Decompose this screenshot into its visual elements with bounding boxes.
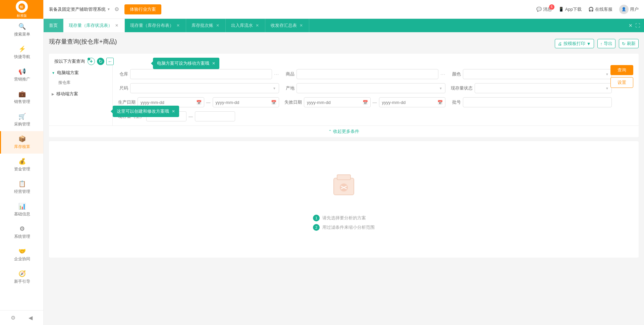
tab-expand-btn[interactable]: ⛶ [635, 23, 640, 28]
tab-in-out-flow[interactable]: 出入库流水 ✕ [226, 19, 265, 32]
sidebar-logo: 畅 标准版 [0, 0, 43, 19]
stock-status-field: 现存量状态 ▼ [451, 83, 612, 93]
filter-panel: 按以下方案查询 + ↻ ← ▼ 电脑端方案 [49, 54, 639, 137]
system-name: 装备及固定资产辅助管理系统 [49, 6, 106, 12]
export-btn[interactable]: ↑ 导出 [597, 39, 616, 48]
origin-select[interactable]: ▼ [297, 83, 445, 93]
main-area: 装备及固定资产辅助管理系统 ▼ ⚙ 体验行业方案 💬 消息 6 📱 App下载 … [44, 0, 644, 325]
tab-in-out-flow-close[interactable]: ✕ [255, 22, 260, 29]
refresh-btn[interactable]: ↻ 刷新 [619, 39, 639, 48]
operations-icon: 📋 [18, 180, 26, 187]
online-support-btn[interactable]: 🎧 在线客服 [588, 6, 612, 12]
tooltip-pc-arrow [151, 61, 153, 65]
sidebar-item-cooperation[interactable]: 🤝 企业协同 [0, 243, 43, 266]
sidebar-item-label: 企业协同 [14, 256, 30, 262]
sidebar-item-system[interactable]: ⚙ 系统管理 [0, 221, 43, 243]
warehouse-more-btn[interactable]: ··· [274, 71, 279, 77]
prod-date-start-calendar-icon[interactable]: 📅 [196, 100, 202, 105]
collapse-arrow: ⌃ [328, 129, 332, 134]
collapse-bar[interactable]: ⌃ 收起更多条件 [49, 125, 639, 137]
tab-receive-summary-close[interactable]: ✕ [299, 22, 304, 29]
svg-text:畅: 畅 [20, 5, 23, 9]
color-field: 颜色 ▼ [451, 69, 612, 79]
sidebar-item-search[interactable]: 🔍 搜索菜单 [0, 19, 43, 41]
batch-no-input[interactable] [463, 97, 612, 107]
stock-status-select[interactable]: ▼ [475, 83, 612, 93]
sidebar-collapse-btn[interactable]: ◀ [29, 315, 33, 321]
sidebar-item-basic[interactable]: 📊 基础信息 [0, 199, 43, 221]
color-select[interactable]: ▼ [463, 69, 612, 79]
expire-date-field: 失效日期 📅 — 📅 [284, 97, 445, 107]
system-selector[interactable]: 装备及固定资产辅助管理系统 ▼ [49, 6, 110, 12]
sidebar-item-marketing[interactable]: 📢 营销推广 [0, 64, 43, 86]
tab-inventory-dist[interactable]: 现存量（库存分布表） ✕ [125, 19, 186, 32]
prod-date-end[interactable] [213, 97, 279, 107]
reset-btn[interactable]: 设置 [610, 77, 633, 88]
tab-inventory-status[interactable]: 现存量（库存状况表） ✕ [63, 19, 125, 32]
warehouse-field: 仓库 ··· [118, 69, 279, 79]
print-btn[interactable]: 🖨 按模板打印 ▼ [555, 39, 594, 48]
sidebar-item-finance[interactable]: 💰 资金管理 [0, 154, 43, 176]
mobile-scheme-item[interactable]: ▶ 移动端方案 [49, 89, 112, 99]
sidebar-item-guide[interactable]: 🧭 新手引导 [0, 266, 43, 288]
tab-inventory-status-label: 现存量（库存状况表） [69, 22, 112, 29]
query-btn[interactable]: 查询 [610, 65, 633, 75]
goods-input[interactable] [297, 69, 438, 79]
tab-inventory-dist-close[interactable]: ✕ [176, 22, 180, 29]
tabs-bar: 首页 现存量（库存状况表） ✕ 现存量（库存分布表） ✕ 库存批次账 ✕ 出入库… [44, 19, 644, 32]
pc-scheme-item[interactable]: ▼ 电脑端方案 [49, 68, 112, 78]
filter-refresh-btn[interactable]: ↻ [97, 58, 104, 65]
tab-close-all-btn[interactable]: ✕ [629, 23, 633, 28]
sidebar-item-operations[interactable]: 📋 经营管理 [0, 176, 43, 199]
size-select[interactable]: ▼ [130, 83, 279, 93]
tab-home[interactable]: 首页 [44, 19, 63, 32]
warehouse-input[interactable] [130, 69, 272, 79]
tab-inventory-status-close[interactable]: ✕ [114, 22, 119, 29]
size-arrow: ▼ [273, 87, 276, 90]
pc-scheme-child-1[interactable]: 按仓库 [56, 78, 112, 88]
sidebar-item-inventory[interactable]: 📦 库存核算 [0, 131, 43, 154]
sidebar-item-sales[interactable]: 💼 销售管理 [0, 86, 43, 109]
tooltip-pc-close[interactable]: ✕ [212, 61, 215, 66]
tab-receive-summary[interactable]: 收发存汇总表 ✕ [265, 19, 309, 32]
user-menu-btn[interactable]: 👤 用户 [619, 5, 639, 14]
finance-icon: 💰 [18, 158, 26, 165]
sidebar-item-label: 经营管理 [14, 189, 30, 195]
sidebar-item-purchase[interactable]: 🛒 采购管理 [0, 109, 43, 131]
user-label: 用户 [630, 6, 639, 12]
goods-more-btn[interactable]: ··· [440, 71, 445, 77]
system-icon: ⚙ [19, 225, 25, 232]
tab-batch-account[interactable]: 库存批次账 ✕ [186, 19, 226, 32]
marketing-icon: 📢 [18, 68, 26, 75]
empty-steps: 1 请先选择要分析的方案 2 用过滤条件来缩小分析范围 [313, 215, 375, 231]
expire-date-end-calendar-icon[interactable]: 📅 [437, 100, 443, 105]
logo-text: 标准版 [17, 13, 27, 18]
expire-date-start-calendar-icon[interactable]: 📅 [363, 100, 368, 105]
prod-date-end-calendar-icon[interactable]: 📅 [271, 100, 276, 105]
prod-date-end-wrap: 📅 [213, 97, 279, 107]
pc-scheme-children: 按仓库 [49, 78, 112, 88]
expire-date-label: 失效日期 [284, 99, 302, 105]
industry-btn[interactable]: 体验行业方案 [124, 4, 161, 14]
app-download-btn[interactable]: 📱 App下载 [558, 6, 582, 12]
expire-date-end[interactable] [379, 97, 446, 107]
sidebar-settings-btn[interactable]: ⚙ [11, 315, 15, 321]
tab-in-out-flow-label: 出入库流水 [231, 22, 253, 29]
sidebar-item-label: 营销推广 [14, 76, 30, 82]
purchase-icon: 🛒 [18, 113, 26, 120]
tooltip-edit-close[interactable]: ✕ [172, 109, 175, 114]
messages-badge: 6 [549, 4, 554, 10]
tooltip-edit-arrow [111, 109, 113, 113]
filter-row-2: 尺码 ▼ 产地 ▼ [118, 83, 612, 93]
sidebar-item-quick-nav[interactable]: ⚡ 快捷导航 [0, 41, 43, 64]
topbar-settings-btn[interactable]: ⚙ [114, 6, 119, 12]
stock-qty-max[interactable] [195, 111, 235, 121]
tab-batch-account-close[interactable]: ✕ [215, 22, 220, 29]
messages-btn[interactable]: 💬 消息 6 [536, 6, 552, 12]
sidebar-item-label: 搜索菜单 [14, 32, 30, 37]
stock-status-label: 现存量状态 [451, 85, 473, 91]
tab-receive-summary-label: 收发存汇总表 [271, 22, 297, 29]
filter-back-btn[interactable]: ← [106, 58, 114, 65]
tooltip-pc-text: 电脑方案可设为移动方案哦 [157, 60, 209, 66]
expire-date-start[interactable] [304, 97, 371, 107]
